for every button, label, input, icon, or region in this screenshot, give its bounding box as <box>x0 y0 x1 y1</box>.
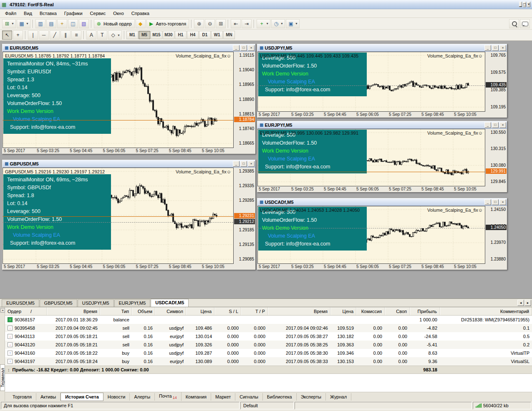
chart-tab-usdcadf[interactable]: USDCADf,M5 <box>151 299 189 307</box>
chart-tab-eurjpyf[interactable]: EURJPYf,M5 <box>114 299 151 307</box>
terminal-tab-активы[interactable]: Активы <box>36 393 61 401</box>
vertical-line-tool[interactable]: | <box>28 30 38 40</box>
new-chart-button[interactable]: ⊞▼ <box>2 19 16 28</box>
trendline-tool[interactable]: ╱ <box>50 30 60 40</box>
column-header-volume[interactable]: Объем <box>132 307 155 315</box>
tab-scroll-left-button[interactable]: ◄ <box>517 300 524 306</box>
table-row[interactable]: ↓903954582017.09.04 09:02:45sell0.16usdj… <box>5 324 532 332</box>
cursor-tool[interactable]: ↖ <box>2 30 12 40</box>
timeframe-m15-button[interactable]: M15 <box>151 31 162 39</box>
timeframe-m5-button[interactable]: M5 <box>139 31 150 39</box>
crosshair-tool[interactable]: + <box>13 30 23 40</box>
chart-plot-area[interactable]: Leverage: 500VolumeOrderFlow: 1.50Work D… <box>257 206 485 264</box>
chart-window-titlebar[interactable]: ▦USDCADf,M5_□× <box>257 198 507 206</box>
text-tool[interactable]: A <box>86 30 96 40</box>
table-row[interactable]: ↑904431972017.09.05 05:18:24buy0.16eurjp… <box>5 357 532 366</box>
chart-close-button[interactable]: × <box>248 45 255 51</box>
title-bar[interactable]: ▦ 479102: FortFS-Real _□× <box>0 0 532 9</box>
timeframe-w1-button[interactable]: W1 <box>211 31 223 39</box>
market-watch-button[interactable]: ▥ <box>35 19 45 28</box>
timeframe-m30-button[interactable]: M30 <box>163 31 174 39</box>
terminal-tab-библиотека[interactable]: Библиотека <box>263 393 297 401</box>
column-header-profit[interactable]: Прибыль <box>410 307 440 315</box>
chart-restore-button[interactable]: □ <box>240 161 247 167</box>
status-profile[interactable]: Default <box>240 402 294 409</box>
chart-close-button[interactable]: × <box>499 45 506 51</box>
chat-button[interactable] <box>520 19 530 28</box>
terminal-tab-история-счета[interactable]: История Счета <box>61 393 103 401</box>
chart-tab-gbpusdf[interactable]: GBPUSDf,M5 <box>40 299 77 307</box>
chart-close-button[interactable]: × <box>248 161 255 167</box>
autotrading-button[interactable]: ▶Авто-торговля <box>146 19 189 28</box>
chart-tab-usdjpyf[interactable]: USDJPYf,M5 <box>78 299 114 307</box>
column-header-close_time[interactable]: Время <box>268 307 330 315</box>
chart-window-usdjpy[interactable]: ▦USDJPYf,M5_□×Leverage: 500VolumeOrderFl… <box>257 44 507 118</box>
minimize-button[interactable]: _ <box>519 2 522 7</box>
periods-button[interactable]: ◷▼ <box>271 19 285 28</box>
terminal-tab-алерты[interactable]: Алерты <box>130 393 155 401</box>
column-header-order[interactable]: Ордер / <box>5 307 47 315</box>
terminal-tab-сигналы[interactable]: Сигналы <box>235 393 263 401</box>
zoom-out-button[interactable]: ⊖ <box>205 19 215 28</box>
terminal-tab-почта[interactable]: Почта14 <box>155 392 182 401</box>
maximize-button[interactable]: □ <box>523 2 526 7</box>
menu-5[interactable]: Сервис <box>86 10 110 17</box>
channel-tool[interactable]: ∥ <box>61 30 71 40</box>
menu-7[interactable]: Справка <box>128 10 153 17</box>
tile-windows-button[interactable]: ⊞ <box>216 19 226 28</box>
timeframe-h4-button[interactable]: H4 <box>187 31 199 39</box>
chart-minimize-button[interactable]: _ <box>233 161 240 167</box>
chart-window-titlebar[interactable]: ▦GBPUSDf,M5_□× <box>3 160 255 168</box>
timeframe-d1-button[interactable]: D1 <box>199 31 211 39</box>
table-row[interactable]: ↓904431202017.09.05 05:18:21sell0.16usdj… <box>5 341 532 349</box>
menu-1[interactable]: Файл <box>1 10 20 17</box>
timeframe-m1-button[interactable]: M1 <box>126 31 138 39</box>
chart-plot-area[interactable]: Leverage: 500VolumeOrderFlow: 1.50Work D… <box>257 129 485 186</box>
column-header-symbol[interactable]: Символ <box>155 307 186 315</box>
terminal-tab-маркет[interactable]: Маркет <box>211 393 235 401</box>
terminal-side-tab[interactable]: Терминал <box>0 364 5 391</box>
arrange-right-button[interactable]: ⇥ <box>242 19 252 28</box>
terminal-close-button[interactable]: × <box>0 308 5 313</box>
table-row[interactable]: ↑903681572017.09.01 18:36:29balance1 000… <box>5 316 532 324</box>
chart-restore-button[interactable]: □ <box>492 199 499 205</box>
chart-minimize-button[interactable]: _ <box>484 199 491 205</box>
chart-minimize-button[interactable]: _ <box>233 45 240 51</box>
terminal-tab-новости[interactable]: Новости <box>103 393 130 401</box>
label-tool[interactable]: T <box>97 30 107 40</box>
zoom-in-button[interactable]: ⊕ <box>194 19 204 28</box>
terminal-tab-эксперты[interactable]: Эксперты <box>297 393 326 401</box>
chart-window-gbpusd[interactable]: ▦GBPUSDf,M5_□×TerminalMonitor ON, 69ms, … <box>2 160 256 270</box>
chart-window-titlebar[interactable]: ▦EURUSDf,M5_□× <box>3 44 255 52</box>
metaeditor-button[interactable]: ◆ <box>136 19 146 28</box>
horizontal-line-tool[interactable]: ─ <box>39 30 49 40</box>
column-header-comment[interactable]: Комментарий <box>440 307 532 315</box>
column-header-sl[interactable]: S / L <box>214 307 241 315</box>
chart-minimize-button[interactable]: _ <box>484 122 491 128</box>
column-header-type[interactable]: Тип <box>100 307 132 315</box>
column-header-price[interactable]: Цена <box>186 307 214 315</box>
chart-close-button[interactable]: × <box>499 199 506 205</box>
new-order-button[interactable]: ⊕Новый ордер <box>94 19 135 28</box>
chart-restore-button[interactable]: □ <box>240 45 247 51</box>
menu-4[interactable]: Графики <box>61 10 86 17</box>
column-header-commission[interactable]: Комиссия <box>356 307 385 315</box>
chart-close-button[interactable]: × <box>499 122 506 128</box>
table-row[interactable]: ↑904431602017.09.05 05:18:22buy0.16usdjp… <box>5 349 532 357</box>
chart-plot-area[interactable]: Leverage: 500VolumeOrderFlow: 1.50Work D… <box>257 52 485 112</box>
chart-window-titlebar[interactable]: ▦EURJPYf,M5_□× <box>257 121 507 129</box>
chart-window-titlebar[interactable]: ▦USDJPYf,M5_□× <box>257 44 507 52</box>
column-header-close_price[interactable]: Цена <box>330 307 356 315</box>
arrows-tool[interactable]: ◇▼ <box>108 30 122 40</box>
chart-window-eurjpy[interactable]: ▦EURJPYf,M5_□×Leverage: 500VolumeOrderFl… <box>257 121 507 193</box>
chart-restore-button[interactable]: □ <box>492 45 499 51</box>
navigator-button[interactable]: + <box>57 19 67 28</box>
chart-restore-button[interactable]: □ <box>492 122 499 128</box>
profiles-button[interactable]: ▦▼ <box>17 19 30 28</box>
tab-scroll-right-button[interactable]: ► <box>524 300 531 306</box>
terminal-tab-торговля[interactable]: Торговля <box>8 393 36 401</box>
arrange-left-button[interactable]: ⇤ <box>231 19 241 28</box>
menu-6[interactable]: Окно <box>109 10 128 17</box>
terminal-button[interactable]: ◫ <box>68 19 78 28</box>
chart-window-usdcad[interactable]: ▦USDCADf,M5_□×Leverage: 500VolumeOrderFl… <box>257 198 507 270</box>
